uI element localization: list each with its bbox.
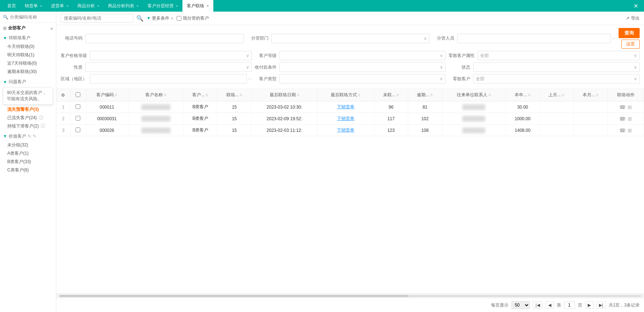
close-icon[interactable]: × [176,4,178,8]
close-icon[interactable]: × [40,4,42,8]
th-gear[interactable]: ⚙ [56,89,70,101]
close-icon[interactable]: × [66,4,68,8]
row-checkbox[interactable] [70,113,86,125]
page-label: 第 [557,302,561,308]
first-page-button[interactable]: |◀ [533,301,542,309]
region-input[interactable] [90,74,247,84]
per-page-select[interactable]: 50 100 200 [511,301,530,309]
more-actions-icon[interactable]: ⊞ [628,127,632,133]
contact-icon[interactable]: ☎ [619,127,625,133]
sidebar-item-today[interactable]: 今天待联络(0) [0,42,56,51]
sidebar-item-overdue[interactable]: 逾期未联络(30) [0,68,56,76]
sidebar-item-declining[interactable]: 持续下滑客户(2) ⓘ [0,122,56,130]
horizontal-scrollbar[interactable] [56,293,644,298]
last-page-button[interactable]: ▶| [596,301,606,309]
th-overdue[interactable]: 逾期...⇅ [408,89,442,101]
sidebar-item-class-b[interactable]: B类客户(33) [0,158,56,166]
th-person[interactable]: 往来单位联系人⇅ [442,89,506,101]
select-all-checkbox[interactable] [76,92,80,97]
zero-attr-select[interactable]: 全部 ∨ [478,51,640,60]
th-this-year[interactable]: 本年...⇅ [506,89,539,101]
row-last-month [540,125,573,136]
collapse-icon[interactable]: « [50,25,53,31]
sidebar-item-churned[interactable]: 已流失客户(24) ⓘ [0,114,56,122]
tab-analysis-list[interactable]: 商品分析列表 × [104,0,143,12]
tab-customer-contact[interactable]: 客户联络 × [182,0,213,12]
tab-customer-tier[interactable]: 客户分层经营 × [143,0,182,12]
customer-level-select[interactable]: ∨ [279,51,446,60]
th-last-date[interactable]: 最后联络日期⇅ [251,89,318,101]
sidebar-group-problem[interactable]: ▼ 问题客户 [0,77,56,86]
th-checkbox[interactable] [70,89,86,101]
dept-select[interactable]: ∨ [271,34,430,43]
my-customers-checkbox[interactable] [177,16,181,21]
th-last-method[interactable]: 最后联络方式⇅ [318,89,374,101]
contact-icon[interactable]: ☎ [619,104,625,110]
th-code[interactable]: 客户编码⇅ [86,89,128,101]
th-unlisted[interactable]: 未联...⇅ [374,89,408,101]
export-button[interactable]: ↗ 导出 [626,15,640,21]
th-this-month[interactable]: 本月...⇅ [573,89,607,101]
close-icon[interactable]: × [97,4,99,8]
next-page-button[interactable]: ▶ [585,301,593,309]
tab-analysis[interactable]: 商品分析 × [73,0,104,12]
sort-icon: ⇅ [297,93,299,97]
row-overdue: 81 [408,101,442,113]
sidebar-item-7days[interactable]: 近7天待联络(0) [0,59,56,68]
sidebar-group-pending[interactable]: ▼ 待联络客户 [0,33,56,42]
row-checkbox[interactable] [70,125,86,136]
th-last-month[interactable]: 上月...⇅ [540,89,573,101]
tab-purchase[interactable]: 进货单 × [47,0,73,12]
sidebar-item-class-c[interactable]: C类客户(6) [0,166,56,174]
my-customers-checkbox-label[interactable]: 我分管的客户 [177,15,209,21]
row-last-method[interactable]: 下销货单 [318,113,374,125]
sidebar-item-tomorrow[interactable]: 明天待联络(1) [0,51,56,59]
row-select-checkbox[interactable] [76,104,80,109]
row-checkbox[interactable] [70,101,86,113]
contact-icon[interactable]: ☎ [619,116,625,122]
sidebar-item-class-a[interactable]: A类客户(1) [0,149,56,158]
person-input[interactable] [457,34,611,43]
category-search-input[interactable] [10,15,56,20]
customer-type-select[interactable]: ∨ [279,74,446,84]
search-input[interactable] [61,14,133,23]
th-contact[interactable]: 联络...⇅ [217,89,251,101]
row-last-method[interactable]: 下销货单 [318,101,374,113]
tab-sales[interactable]: 销货单 × [20,0,47,12]
price-level-select[interactable]: ∨ [90,51,252,60]
more-icon[interactable]: ··· [612,36,616,41]
edit-icon[interactable]: ✎ [33,134,36,139]
search-button[interactable]: 🔍 [136,15,144,22]
page-input[interactable] [564,301,575,309]
close-icon[interactable]: × [136,4,138,8]
sidebar-item-churn-warning[interactable]: 流失预警客户(3) [0,105,56,114]
row-select-checkbox[interactable] [76,127,80,132]
status-select[interactable]: ∨ [473,62,640,72]
refresh-icon[interactable]: ↻ [28,134,31,139]
row-last-method[interactable]: 下销货单 [318,125,374,136]
th-name[interactable]: 客户名称⇅ [128,89,183,101]
th-type[interactable]: 客户...⇅ [184,89,217,101]
more-actions-icon[interactable]: ⊞ [628,116,632,122]
phone-input[interactable] [85,34,244,43]
more-icon[interactable]: ··· [248,76,252,81]
more-actions-icon[interactable]: ⊞ [628,104,632,110]
prev-page-button[interactable]: ◀ [546,301,554,309]
query-button[interactable]: 查询 [619,28,640,38]
status-label: 状态 [448,64,470,70]
close-icon[interactable]: × [206,4,209,8]
zero-customer-select[interactable]: 全部 ∨ [473,74,640,84]
nature-select[interactable]: ∨ [85,62,252,72]
settings-button[interactable]: 设置 [621,40,640,49]
row-select-checkbox[interactable] [76,116,80,121]
payment-select[interactable]: ∨ [279,62,446,72]
sidebar-item-ungroup[interactable]: 未分组(32) [0,141,56,149]
tab-home[interactable]: 首页 [3,0,20,12]
sidebar-group-value[interactable]: ▼ 价值客户 ↻ ✎ [0,132,56,141]
col-last-method-label: 最后联络方式 [331,92,357,98]
window-close-button[interactable]: ✕ [631,3,641,9]
row-last-date: 2023-02-03 11:12: [251,125,318,136]
tab-bar: 首页 销货单 × 进货单 × 商品分析 × 商品分析列表 × 客户分层经营 × … [0,0,644,12]
col-name-label: 客户名称 [145,92,163,98]
more-conditions-button[interactable]: ▼ 更多条件 ∨ [146,15,174,21]
